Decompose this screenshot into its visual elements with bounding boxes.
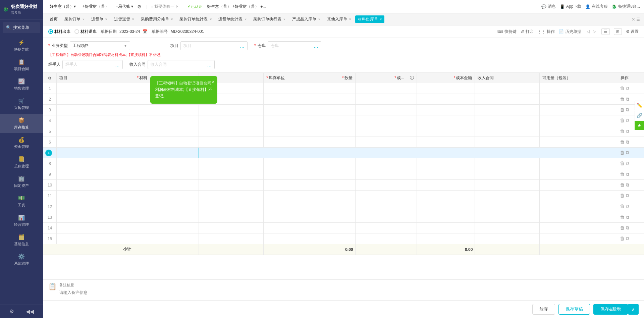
save-new-button[interactable]: 保存&新增 (593, 304, 628, 315)
topbar-finance2[interactable]: +好业财（普） (232, 4, 259, 9)
row14-delete[interactable]: 🗑 (620, 225, 625, 231)
discard-button[interactable]: 放弃 (532, 304, 555, 315)
project-input[interactable]: 项目 … (180, 41, 248, 50)
row3-amount[interactable] (417, 105, 475, 115)
next-arrow[interactable]: ▷ (592, 29, 597, 35)
row5-material[interactable] (134, 126, 199, 137)
add-row[interactable]: + 🗑 ⧉ (43, 148, 644, 158)
row5-spec[interactable] (199, 126, 264, 137)
row5-copy-btn[interactable]: ⧉ (626, 128, 629, 134)
row6-spec[interactable] (199, 137, 264, 148)
prev-arrow[interactable]: ◁ (585, 29, 591, 35)
list-view-btn[interactable]: ☰ (601, 28, 610, 35)
history-btn[interactable]: 📄 历史单据 (559, 29, 581, 35)
topbar-biz2[interactable]: 好生意（普） (207, 4, 231, 9)
row15-copy[interactable]: ⧉ (626, 236, 629, 242)
row3-delete-btn[interactable]: 🗑 (620, 107, 625, 113)
row1-copy-btn[interactable]: ⧉ (626, 86, 629, 91)
row15-delete[interactable]: 🗑 (620, 236, 625, 242)
row9-delete[interactable]: 🗑 (620, 171, 625, 177)
row12-copy[interactable]: ⧉ (626, 204, 629, 209)
topbar-settings[interactable]: ⚙ (137, 4, 142, 9)
add-row-btn-cell[interactable]: + (43, 148, 57, 158)
row6-copy-btn[interactable]: ⧉ (626, 139, 629, 145)
row6-cost[interactable] (355, 137, 407, 148)
row6-project[interactable] (57, 137, 134, 148)
row8-copy[interactable]: ⧉ (626, 161, 629, 166)
sidebar-item-project[interactable]: 📋 项目合同 (0, 55, 43, 75)
tab-purchase-stat[interactable]: 采购订单统计表 × (177, 15, 214, 23)
topbar-service[interactable]: 👤 在线客服 (585, 4, 608, 9)
sidebar-item-fixed[interactable]: 🏢 固定资产 (0, 172, 43, 192)
row2-amount[interactable] (417, 94, 475, 105)
side-icon-link[interactable]: 🔗 (635, 111, 644, 120)
row11-delete[interactable]: 🗑 (620, 193, 625, 199)
row5-contract[interactable] (475, 126, 540, 137)
tab-inbound-return[interactable]: 进货退货 × (111, 15, 137, 23)
row5-project[interactable] (57, 126, 134, 137)
sidebar-item-sales[interactable]: 📈 销售管理 (0, 75, 43, 94)
row2-delete-btn[interactable]: 🗑 (620, 96, 625, 102)
settings-bottom-icon[interactable]: ⚙ (9, 308, 14, 315)
row1-qty[interactable] (310, 83, 355, 94)
row4-amount[interactable] (417, 115, 475, 126)
sidebar-item-quicknav[interactable]: ⚡ 快捷导航 (0, 36, 43, 55)
topbar-goodfinance[interactable]: +好业财（普） (80, 2, 112, 11)
topbar-msg[interactable]: 💬 消息 (541, 4, 556, 9)
row3-material[interactable] (134, 105, 199, 115)
topbar-more[interactable]: +... (260, 4, 266, 9)
row3-contract[interactable] (475, 105, 540, 115)
row3-qty[interactable] (310, 105, 355, 115)
row4-cost[interactable] (355, 115, 407, 126)
remarks-input[interactable] (59, 287, 110, 298)
row3-cost[interactable] (355, 105, 407, 115)
row5-cost[interactable] (355, 126, 407, 137)
sidebar-item-ops[interactable]: 📊 经营管理 (0, 211, 43, 230)
tab-purchase-exec[interactable]: 采购订单执行表 × (251, 15, 288, 23)
add-row-delete-btn[interactable]: 🗑 (620, 150, 625, 156)
sidebar-item-purchase[interactable]: 🛒 采购管理 (0, 94, 43, 114)
tab-close-all[interactable]: × (632, 16, 635, 22)
row4-qty[interactable] (310, 115, 355, 126)
handler-input[interactable]: 经手人 … (62, 60, 123, 69)
sidebar-item-base[interactable]: 🗂️ 基础信息 (0, 230, 43, 250)
collapse-icon[interactable]: ◀◀ (26, 308, 34, 315)
operation-btn[interactable]: ⋮⋮ 操作 (538, 29, 555, 35)
tab-home[interactable]: 首页 (47, 15, 60, 23)
add-row-copy-btn[interactable]: ⧉ (626, 150, 629, 156)
date-value[interactable]: 2023-03-24 (119, 29, 140, 34)
row2-cost[interactable] (355, 94, 407, 105)
row1-amount[interactable] (417, 83, 475, 94)
tooltip-close-btn[interactable]: × (212, 78, 215, 86)
tab-other-inbound[interactable]: 其他入库单 × (324, 15, 354, 23)
income-contract-dots-btn[interactable]: … (207, 62, 212, 67)
topbar-user-avatar[interactable]: 🐉 畅捷通8账... (612, 4, 640, 9)
save-new-arrow-button[interactable]: ∧ (628, 304, 639, 315)
th-settings[interactable]: ⚙ (43, 73, 57, 83)
row3-copy-btn[interactable]: ⧉ (626, 107, 629, 113)
row2-project[interactable] (57, 94, 134, 105)
row4-project[interactable] (57, 115, 134, 126)
calendar-icon[interactable]: 📅 (143, 29, 148, 34)
sidebar-item-system[interactable]: ⚙️ 系统管理 (0, 250, 43, 269)
radio-material-out[interactable]: 材料出库 (48, 29, 70, 35)
add-row-btn[interactable]: + (45, 150, 52, 156)
row10-copy[interactable]: ⧉ (626, 182, 629, 188)
income-contract-input[interactable]: 收入合同 … (148, 60, 215, 69)
row6-material[interactable] (134, 137, 199, 148)
shortcut-btn[interactable]: ⌨ 快捷键 (497, 29, 516, 35)
tab-purchase-fee[interactable]: 采购费用分摊单 × (138, 15, 176, 23)
row4-delete-btn[interactable]: 🗑 (620, 118, 625, 123)
sidebar-item-inventory[interactable]: 📦 库存核算 (0, 114, 43, 133)
row5-amount[interactable] (417, 126, 475, 137)
row5-unit[interactable] (264, 126, 310, 137)
tab-inbound-stat[interactable]: 进货单统计表 × (216, 15, 249, 23)
row2-unit[interactable] (264, 94, 310, 105)
row14-copy[interactable]: ⧉ (626, 225, 629, 231)
row10-delete[interactable]: 🗑 (620, 182, 625, 188)
row1-project[interactable] (57, 83, 134, 94)
tab-more-options[interactable]: ☰ (636, 17, 640, 22)
row1-delete-btn[interactable]: 🗑 (620, 86, 625, 91)
row12-delete[interactable]: 🗑 (620, 204, 625, 209)
row1-cost[interactable] (355, 83, 407, 94)
